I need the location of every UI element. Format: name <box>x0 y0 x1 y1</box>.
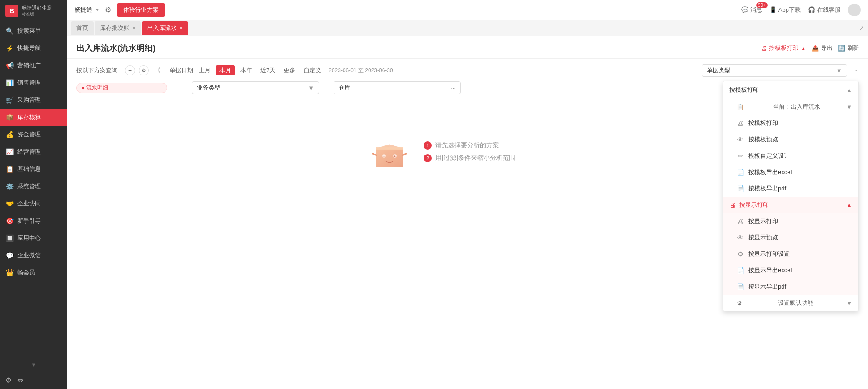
doc-type-label: 单据类型 <box>707 66 730 75</box>
dropdown-default-section[interactable]: ⚙ 设置默认功能 ▼ <box>723 295 858 311</box>
warehouse-label: 仓库 <box>339 84 350 92</box>
dropdown-template-export-pdf[interactable]: 📄 按模板导出pdf <box>723 180 858 197</box>
filter-add-btn[interactable]: + <box>125 65 135 75</box>
tip-num-2: 2 <box>424 154 432 162</box>
export-btn[interactable]: 📤 导出 <box>812 44 833 52</box>
user-selector[interactable]: 畅捷通 ▼ <box>75 6 100 14</box>
megaphone-icon: 📢 <box>5 61 14 70</box>
refresh-btn[interactable]: 🔄 刷新 <box>838 44 859 52</box>
online-service-label: 在线客服 <box>817 6 841 14</box>
svg-rect-0 <box>376 149 403 167</box>
sidebar-item-label: 营销推广 <box>17 61 41 70</box>
sidebar-item-operations[interactable]: 📈 经营管理 <box>0 143 67 160</box>
tabs-bar: 首页 库存批次账 × 出入库流水 × — ⤢ <box>67 20 868 36</box>
doc-type-select[interactable]: 单据类型 ▼ <box>702 64 847 77</box>
wechat-icon: 💬 <box>5 251 14 259</box>
sidebar-item-enterprise[interactable]: 🤝 企业协同 <box>0 195 67 212</box>
app-badge: 标准版 <box>22 11 52 17</box>
sidebar-item-inventory[interactable]: 📦 库存核算 <box>0 109 67 126</box>
pdf-icon: 📄 <box>737 185 744 192</box>
display-section-icon: 🖨 <box>729 201 736 209</box>
dropdown-template-preview[interactable]: 👁 按模板预览 <box>723 131 858 148</box>
notification-item[interactable]: 💬 消息 99+ <box>741 6 762 14</box>
sidebar-item-sales[interactable]: 📊 销售管理 <box>0 74 67 91</box>
notification-badge: 99+ <box>756 2 768 8</box>
sidebar-scroll-down[interactable]: ▼ <box>0 359 67 371</box>
date-option-last-7-days[interactable]: 近7天 <box>258 65 278 75</box>
date-range-display: 2023-06-01 至 2023-06-30 <box>329 67 393 75</box>
tab-home[interactable]: 首页 <box>71 21 94 35</box>
sidebar-logo: B 畅捷通好生意 标准版 <box>0 0 67 22</box>
dropdown-template-export-excel[interactable]: 📄 按模板导出excel <box>723 164 858 180</box>
date-option-this-year[interactable]: 本年 <box>238 65 255 75</box>
money-icon: 💰 <box>5 130 14 139</box>
default-section-arrow: ▼ <box>846 300 852 307</box>
dropdown-template-print[interactable]: 🖨 按模板打印 <box>723 115 858 131</box>
tab-minimize-icon[interactable]: — <box>849 25 855 32</box>
sidebar-item-label: 经营管理 <box>17 148 41 156</box>
filter-tag-liushui[interactable]: ● 流水明细 <box>76 83 167 93</box>
topbar-settings-icon[interactable]: ⚙ <box>105 5 111 14</box>
settings-icon: ⚙ <box>737 250 744 258</box>
app-logo-icon: B <box>5 5 18 17</box>
dropdown-display-section-header[interactable]: 🖨 按显示打印 ▲ <box>723 197 858 213</box>
doc-type-more-icon[interactable]: ··· <box>854 67 859 74</box>
sidebar-item-finance[interactable]: 💰 资金管理 <box>0 126 67 143</box>
settings-bottom-icon[interactable]: ⚙ <box>5 376 12 384</box>
dropdown-display-export-pdf[interactable]: 📄 按显示导出pdf <box>723 279 858 295</box>
sidebar-item-system[interactable]: ⚙️ 系统管理 <box>0 178 67 195</box>
sidebar-item-wechat[interactable]: 💬 企业微信 <box>0 247 67 264</box>
default-section-icon: ⚙ <box>737 300 742 307</box>
sidebar-item-label: 畅会员 <box>17 269 35 277</box>
print-dropdown-panel: 按模板打印 ▲ 📋 当前：出入库流水 ▼ 🖨 按模板打印 👁 <box>723 81 859 311</box>
warehouse-select[interactable]: 仓库 ··· <box>334 81 461 94</box>
tip-num-1: 1 <box>424 141 432 150</box>
tab-maximize-icon[interactable]: ⤢ <box>859 25 864 32</box>
chart-icon: 📊 <box>5 79 14 87</box>
date-option-this-month[interactable]: 本月 <box>216 65 235 75</box>
dropdown-current-arrow: ▼ <box>846 104 852 110</box>
dropdown-collapse-icon[interactable]: ▲ <box>846 87 852 94</box>
phone-icon: 📱 <box>769 6 777 13</box>
sidebar-item-label: 库存核算 <box>17 113 41 121</box>
dropdown-display-print-settings[interactable]: ⚙ 按显示打印设置 <box>723 246 858 262</box>
collapse-sidebar-icon[interactable]: ⇔ <box>17 376 23 384</box>
filter-tag-label: 流水明细 <box>86 84 108 92</box>
sidebar-item-apps[interactable]: 🔲 应用中心 <box>0 229 67 247</box>
sidebar-item-guide[interactable]: 🎯 新手引导 <box>0 212 67 229</box>
dropdown-template-design[interactable]: ✏ 模板自定义设计 <box>723 148 858 164</box>
dropdown-current-label: 当前：出入库流水 <box>773 103 820 111</box>
sidebar-item-search[interactable]: 🔍 搜索菜单 <box>0 22 67 40</box>
date-option-custom[interactable]: 自定义 <box>301 65 324 75</box>
dropdown-display-preview[interactable]: 👁 按显示预览 <box>723 229 858 246</box>
business-type-label: 业务类型 <box>197 84 220 92</box>
business-type-select[interactable]: 业务类型 ▼ <box>192 81 319 94</box>
tab-batch-ledger[interactable]: 库存批次账 × <box>95 21 141 35</box>
sidebar-item-vip[interactable]: 👑 畅会员 <box>0 264 67 281</box>
tab-close-icon[interactable]: × <box>132 25 135 31</box>
sidebar-item-marketing[interactable]: 📢 营销推广 <box>0 57 67 74</box>
tab-warehouse-flow[interactable]: 出入库流水 × <box>142 21 188 35</box>
sidebar-item-quick-nav[interactable]: ⚡ 快捷导航 <box>0 40 67 57</box>
dropdown-display-export-excel[interactable]: 📄 按显示导出excel <box>723 262 858 279</box>
industry-btn[interactable]: 体验行业方案 <box>117 3 165 17</box>
excel-icon: 📄 <box>737 267 744 274</box>
sidebar-item-purchase[interactable]: 🛒 采购管理 <box>0 91 67 109</box>
date-option-last-month[interactable]: 上月 <box>196 65 213 75</box>
print-template-btn[interactable]: 🖨 按模板打印 ▲ <box>761 44 806 52</box>
dropdown-current-icon: 📋 <box>737 104 744 110</box>
tip-text-2: 用[过滤]条件来缩小分析范围 <box>435 154 515 162</box>
date-option-more[interactable]: 更多 <box>281 65 298 75</box>
sidebar-item-basic[interactable]: 📋 基础信息 <box>0 160 67 178</box>
dropdown-item-label: 按模板打印 <box>748 119 778 127</box>
sidebar-item-label: 快捷导航 <box>17 44 41 52</box>
app-download-item[interactable]: 📱 App下载 <box>769 6 801 14</box>
excel-icon: 📄 <box>737 169 744 176</box>
online-service-item[interactable]: 🎧 在线客服 <box>808 6 841 14</box>
filter-collapse-btn[interactable]: 《 <box>152 65 162 75</box>
headset-icon: 🎧 <box>808 6 815 13</box>
tab-close-icon[interactable]: × <box>180 25 183 31</box>
user-avatar[interactable] <box>848 4 861 16</box>
dropdown-display-print[interactable]: 🖨 按显示打印 <box>723 213 858 229</box>
filter-settings-btn[interactable]: ⚙ <box>139 65 149 75</box>
